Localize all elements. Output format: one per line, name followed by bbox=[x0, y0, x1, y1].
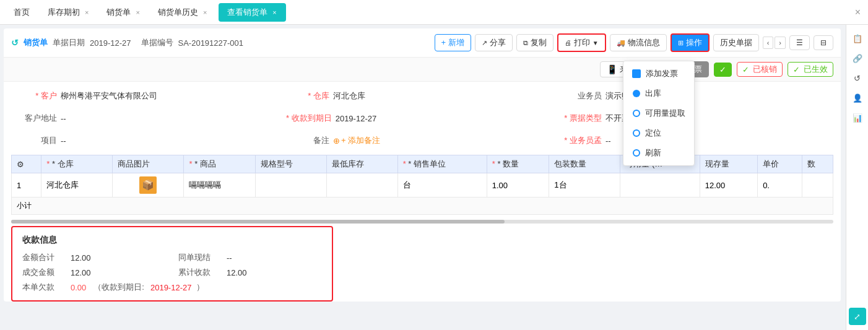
tab-view-sales[interactable]: 查看销货单 × bbox=[219, 3, 285, 22]
tab-bar: 首页 库存期初 × 销货单 × 销货单历史 × 查看销货单 × × bbox=[0, 0, 868, 25]
dropdown-available-extract[interactable]: 可用量提取 bbox=[623, 103, 694, 123]
grid-view-button[interactable]: ☰ bbox=[789, 35, 810, 50]
warehouse-value: 河北仓库 bbox=[333, 90, 365, 102]
cumulative-payment-value: 12.00 bbox=[227, 268, 247, 277]
warehouse-field: * 仓库 河北仓库 bbox=[286, 88, 558, 104]
sidebar-expand-button[interactable]: ⤢ bbox=[849, 308, 866, 325]
copy-button[interactable]: ⧉ 复制 bbox=[516, 34, 553, 51]
same-order-value: -- bbox=[227, 253, 232, 263]
user-icon: 👤 bbox=[853, 93, 862, 103]
col-warehouse: * * 仓库 bbox=[41, 155, 113, 173]
staff-label: 业务员 bbox=[558, 90, 602, 102]
sales-staff-field: * 业务员孟 -- bbox=[558, 132, 831, 149]
col-gear[interactable]: ⚙ bbox=[12, 155, 41, 173]
sidebar-icon-5[interactable]: 📊 bbox=[849, 109, 866, 126]
cumulative-payment-row: 累计收款 12.00 bbox=[178, 267, 322, 278]
clipboard-icon: 📋 bbox=[853, 34, 862, 43]
tab-home[interactable]: 首页 bbox=[5, 0, 39, 25]
sales-staff-label: * 业务员孟 bbox=[558, 135, 602, 146]
date-value: 2019-12-27 bbox=[90, 38, 131, 48]
share-button[interactable]: ↗ 分享 bbox=[475, 34, 513, 51]
tab-view-sales-close[interactable]: × bbox=[272, 9, 276, 16]
sales-staff-value: -- bbox=[605, 136, 611, 145]
sidebar-icon-3[interactable]: ↺ bbox=[849, 69, 866, 87]
outbound-icon bbox=[633, 90, 640, 97]
product-table-wrapper: ⚙ * * 仓库 商品图片 * * 商品 规格型号 最低库存 * * 销售单位 bbox=[4, 155, 841, 220]
payment-date-label: * 收款到期日 bbox=[286, 113, 332, 124]
total-amount-row: 金额合计 12.00 bbox=[22, 252, 166, 263]
sidebar-icon-1[interactable]: 📋 bbox=[849, 30, 866, 47]
tab-inventory-close[interactable]: × bbox=[85, 9, 89, 16]
chart-icon: 📊 bbox=[853, 113, 862, 123]
row-available bbox=[620, 173, 700, 198]
tab-sales-history-close[interactable]: × bbox=[203, 9, 207, 16]
row-package-qty: 1台 bbox=[549, 173, 620, 198]
row-unit: 台 bbox=[397, 173, 487, 198]
nav-arrows: ‹ › bbox=[763, 37, 786, 49]
doc-title: ↺ 销货单 bbox=[11, 37, 48, 48]
toolbar-actions: + 新增 ↗ 分享 ⧉ 复制 🖨 打印 ▼ 🚚 物流信息 bbox=[435, 33, 833, 52]
current-due-value: 0.00 bbox=[71, 283, 86, 292]
current-due-label: 本单欠款 bbox=[22, 282, 66, 293]
ticket-type-field: * 票据类型 不开票 bbox=[558, 110, 831, 126]
due-date-suffix: ） bbox=[196, 282, 204, 293]
due-date-prefix: （收款到期日: bbox=[93, 282, 144, 293]
right-sidebar: 📋 🔗 ↺ 👤 📊 ⤢ bbox=[846, 25, 868, 330]
sidebar-icon-2[interactable]: 🔗 bbox=[849, 50, 866, 67]
history-button[interactable]: 历史单据 bbox=[713, 34, 759, 51]
tab-sales-history-label: 销货单历史 bbox=[158, 7, 198, 18]
row-spec bbox=[255, 173, 326, 198]
tab-inventory[interactable]: 库存期初 × bbox=[39, 0, 98, 25]
row-index: 1 bbox=[12, 173, 41, 198]
tab-sales[interactable]: 销货单 × bbox=[98, 0, 149, 25]
table-scrollbar[interactable] bbox=[11, 220, 833, 224]
main-toolbar: ↺ 销货单 单据日期 2019-12-27 单据编号 SA-20191227-0… bbox=[4, 28, 841, 58]
doc-type-label: 销货单 bbox=[24, 37, 48, 48]
project-field: 项目 -- bbox=[14, 132, 286, 149]
sub-toolbar: 📱 来自手机 ● 未开票 ✓ ✓ 已核销 ✓ 已生效 bbox=[4, 58, 841, 82]
phone-icon: 📱 bbox=[607, 64, 617, 74]
confirm-button[interactable]: ✓ bbox=[714, 63, 732, 77]
extract-icon bbox=[633, 110, 640, 117]
project-value: -- bbox=[61, 136, 66, 145]
detail-view-button[interactable]: ⊟ bbox=[814, 35, 833, 50]
logistics-button[interactable]: 🚚 物流信息 bbox=[610, 34, 667, 51]
tab-sales-label: 销货单 bbox=[106, 7, 131, 18]
add-remark-button[interactable]: ⊕ + 添加备注 bbox=[333, 135, 380, 146]
payment-grid: 金额合计 12.00 同单现结 -- 成交金额 12.00 累计收款 12.00… bbox=[22, 252, 322, 293]
sidebar-icon-4[interactable]: 👤 bbox=[849, 89, 866, 106]
prev-button[interactable]: ‹ bbox=[763, 37, 774, 49]
scrollbar-thumb[interactable] bbox=[11, 220, 505, 224]
col-package-qty: 包装数量 bbox=[549, 155, 620, 173]
row-quantity: 1.00 bbox=[487, 173, 549, 198]
remark-field: 备注 ⊕ + 添加备注 bbox=[286, 132, 558, 149]
warehouse-label: * 仓库 bbox=[286, 90, 329, 102]
address-label: 客户地址 bbox=[14, 113, 57, 124]
payment-date-value: 2019-12-27 bbox=[336, 114, 377, 123]
sold-status-button[interactable]: ✓ 已核销 bbox=[737, 62, 783, 77]
add-invoice-icon bbox=[632, 69, 641, 78]
customer-label: * 客户 bbox=[14, 90, 57, 102]
new-button[interactable]: + 新增 bbox=[435, 34, 471, 51]
dropdown-refresh[interactable]: 刷新 bbox=[623, 143, 694, 163]
row-price: 0. bbox=[758, 173, 802, 198]
cumulative-payment-label: 累计收款 bbox=[178, 267, 222, 278]
tab-inventory-label: 库存期初 bbox=[48, 7, 80, 18]
dropdown-outbound[interactable]: 出库 bbox=[623, 84, 694, 103]
staff-field: 业务员 演示账号 bbox=[558, 88, 831, 104]
row-more bbox=[802, 173, 833, 198]
remark-label: 备注 bbox=[286, 135, 329, 146]
next-button[interactable]: › bbox=[775, 37, 786, 49]
doc-meta: 单据日期 2019-12-27 单据编号 SA-20191227-001 bbox=[53, 37, 243, 48]
refresh-icon bbox=[633, 149, 640, 157]
print-button[interactable]: 🖨 打印 ▼ bbox=[557, 33, 606, 52]
row-product: 嗝嗝嗝嗝 bbox=[184, 173, 255, 198]
tab-sales-history[interactable]: 销货单历史 × bbox=[149, 0, 216, 25]
dropdown-add-invoice[interactable]: 添加发票 bbox=[623, 64, 694, 84]
window-close-button[interactable]: × bbox=[855, 7, 861, 18]
effect-status-button[interactable]: ✓ 已生效 bbox=[788, 62, 833, 77]
locate-icon bbox=[633, 129, 640, 137]
dropdown-locate[interactable]: 定位 bbox=[623, 123, 694, 143]
tab-sales-close[interactable]: × bbox=[136, 9, 139, 16]
operation-button[interactable]: ⊞ 操作 bbox=[671, 33, 710, 52]
